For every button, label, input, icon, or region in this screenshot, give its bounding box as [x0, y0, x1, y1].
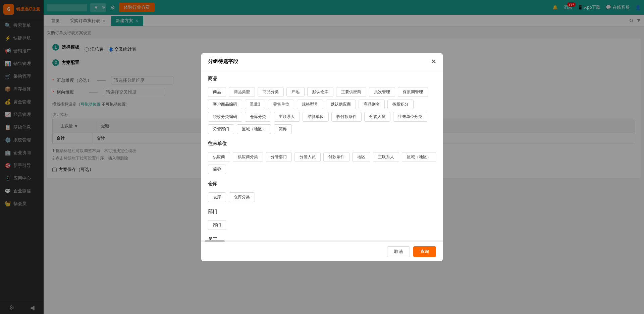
chip-pick-score[interactable]: 拣货积分	[387, 100, 414, 109]
chip-area[interactable]: 地区	[352, 152, 370, 162]
chip-partner-category[interactable]: 往来单位分类	[393, 112, 427, 122]
section-product: 商品 商品 商品类型 商品分类 产地 默认仓库 主要供应商 批次管理 保质期管理…	[208, 76, 436, 134]
section-warehouse-chips: 仓库 仓库分类	[208, 192, 436, 202]
modal-horizontal-scrollbar[interactable]	[201, 240, 443, 242]
cancel-button[interactable]: 取消	[387, 246, 410, 257]
chip-abbr[interactable]: 简称	[274, 124, 292, 134]
chip-settlement-unit[interactable]: 结算单位	[303, 112, 329, 122]
chip-default-supplier[interactable]: 默认供应商	[326, 100, 356, 109]
modal-overlay: 分组待选字段 ✕ 商品 商品 商品类型 商品分类 产地 默认仓库 主要供应商 批…	[0, 0, 644, 314]
chip-origin[interactable]: 产地	[286, 87, 305, 97]
chip-region2[interactable]: 区域（地区）	[402, 152, 436, 162]
modal-body[interactable]: 商品 商品 商品类型 商品分类 产地 默认仓库 主要供应商 批次管理 保质期管理…	[201, 70, 443, 240]
section-partner-title: 往来单位	[208, 141, 436, 149]
chip-warehouse-cat2[interactable]: 仓库分类	[229, 192, 255, 202]
chip-warehouse[interactable]: 仓库	[208, 192, 226, 202]
section-partner: 往来单位 供应商 供应商分类 分管部门 分管人员 付款条件 地区 主联系人 区域…	[208, 141, 436, 174]
modal-close-btn[interactable]: ✕	[431, 58, 436, 65]
chip-retail-unit[interactable]: 零售单位	[268, 100, 294, 109]
field-select-modal: 分组待选字段 ✕ 商品 商品 商品类型 商品分类 产地 默认仓库 主要供应商 批…	[201, 53, 443, 261]
chip-main-supplier[interactable]: 主要供应商	[336, 87, 366, 97]
modal-footer: 取消 查询	[201, 242, 443, 261]
chip-supplier[interactable]: 供应商	[208, 152, 230, 162]
section-product-chips: 商品 商品类型 商品分类 产地 默认仓库 主要供应商 批次管理 保质期管理 客户…	[208, 87, 436, 134]
chip-tax-code[interactable]: 税收分类编码	[208, 112, 242, 122]
chip-partner-dept[interactable]: 分管部门	[266, 152, 292, 162]
scrollbar-thumb	[205, 240, 225, 242]
section-department: 部门 部门	[208, 209, 436, 230]
chip-warehouse-cat[interactable]: 仓库分类	[245, 112, 271, 122]
chip-default-warehouse[interactable]: 默认仓库	[307, 87, 333, 97]
chip-quality-mgmt[interactable]: 保质期管理	[398, 87, 428, 97]
section-department-chips: 部门	[208, 220, 436, 230]
chip-dept[interactable]: 分管部门	[208, 124, 234, 134]
section-warehouse-title: 仓库	[208, 181, 436, 189]
confirm-button[interactable]: 查询	[413, 246, 436, 257]
chip-main-contact2[interactable]: 主联系人	[373, 152, 399, 162]
section-employee: 员工 业务员	[208, 237, 436, 240]
section-department-title: 部门	[208, 209, 436, 217]
section-employee-title: 员工	[208, 237, 436, 240]
chip-spec-model[interactable]: 规格型号	[297, 100, 323, 109]
chip-abbr2[interactable]: 简称	[208, 165, 226, 174]
chip-department[interactable]: 部门	[208, 220, 226, 230]
chip-product-category[interactable]: 商品分类	[258, 87, 284, 97]
chip-product-alias[interactable]: 商品别名	[359, 100, 385, 109]
chip-region[interactable]: 区域（地区）	[237, 124, 271, 134]
chip-supplier-cat[interactable]: 供应商分类	[233, 152, 263, 162]
chip-product[interactable]: 商品	[208, 87, 226, 97]
section-warehouse: 仓库 仓库 仓库分类	[208, 181, 436, 202]
chip-weight3[interactable]: 重量3	[245, 100, 265, 109]
chip-partner-supervisor[interactable]: 分管人员	[294, 152, 321, 162]
modal-header: 分组待选字段 ✕	[201, 53, 443, 70]
chip-payment-cond[interactable]: 付款条件	[323, 152, 350, 162]
chip-payment-terms[interactable]: 收付款条件	[331, 112, 362, 122]
chip-customer-code[interactable]: 客户商品编码	[208, 100, 242, 109]
chip-product-type[interactable]: 商品类型	[229, 87, 255, 97]
chip-batch-mgmt[interactable]: 批次管理	[369, 87, 395, 97]
section-partner-chips: 供应商 供应商分类 分管部门 分管人员 付款条件 地区 主联系人 区域（地区） …	[208, 152, 436, 174]
section-product-title: 商品	[208, 76, 436, 84]
chip-supervisor[interactable]: 分管人员	[364, 112, 390, 122]
modal-title: 分组待选字段	[208, 58, 238, 65]
chip-main-contact[interactable]: 主联系人	[274, 112, 300, 122]
